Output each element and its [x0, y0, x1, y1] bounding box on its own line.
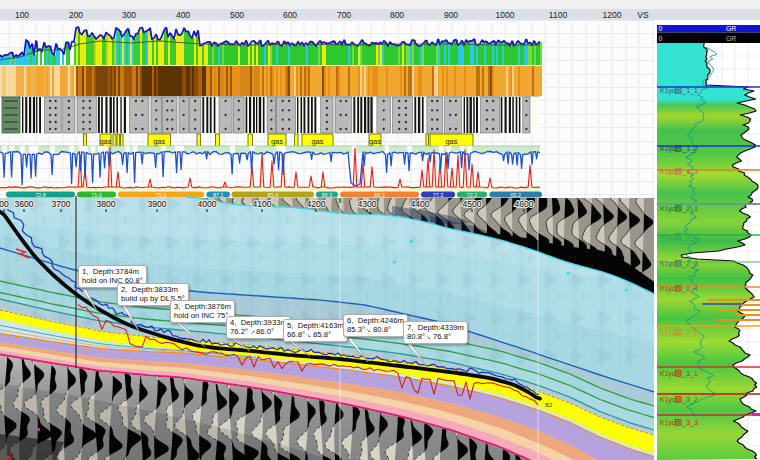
svg-text:4600: 4600	[515, 199, 534, 209]
svg-text:K1yc: K1yc	[660, 260, 676, 268]
svg-text:72.8: 72.8	[35, 192, 46, 198]
svg-text:4100: 4100	[253, 199, 272, 209]
svg-text:4300: 4300	[358, 199, 377, 209]
svg-text:_2_5: _2_5	[681, 329, 698, 337]
svg-text:86.3: 86.3	[322, 192, 333, 198]
svg-text:4500: 4500	[463, 199, 482, 209]
svg-text:_1_3: _1_3	[681, 168, 698, 176]
svg-text:80.3: 80.3	[374, 192, 385, 198]
svg-text:_2_1: _2_1	[681, 205, 698, 213]
svg-text:gas: gas	[99, 137, 111, 146]
svg-text:85.4: 85.4	[268, 192, 279, 198]
svg-text:00: 00	[0, 199, 9, 209]
svg-text:87.1: 87.1	[213, 192, 224, 198]
svg-text:gas: gas	[271, 137, 283, 146]
svg-text:K1yc: K1yc	[660, 168, 676, 176]
svg-text:_3_3: _3_3	[681, 419, 698, 427]
svg-text:75.9: 75.9	[156, 192, 167, 198]
svg-text:_2_4: _2_4	[681, 285, 698, 293]
svg-text:gas: gas	[311, 137, 323, 146]
svg-text:4400: 4400	[411, 199, 430, 209]
svg-text:0: 0	[659, 25, 663, 32]
svg-text:_2_3: _2_3	[681, 260, 698, 268]
svg-text:B2: B2	[545, 402, 553, 408]
svg-text:72.2: 72.2	[467, 192, 478, 198]
svg-text:K1yc: K1yc	[660, 87, 676, 95]
svg-text:0: 0	[659, 35, 663, 42]
svg-text:_3_2: _3_2	[681, 396, 698, 404]
svg-text:K1yc: K1yc	[660, 419, 676, 427]
svg-text:71.0: 71.0	[91, 192, 102, 198]
svg-text:65.2: 65.2	[511, 192, 522, 198]
svg-text:_1_2: _1_2	[681, 145, 698, 153]
svg-text:77.3: 77.3	[433, 192, 444, 198]
svg-text:_1_1: _1_1	[681, 87, 698, 95]
svg-text:3600: 3600	[15, 199, 34, 209]
svg-text:3800: 3800	[97, 199, 116, 209]
svg-text:gas: gas	[445, 137, 457, 146]
svg-text:K1yc: K1yc	[660, 145, 676, 153]
svg-text:K1yc: K1yc	[660, 285, 676, 293]
svg-text:K1yc: K1yc	[660, 396, 676, 404]
svg-text:4200: 4200	[307, 199, 326, 209]
svg-text:GR: GR	[726, 25, 736, 32]
svg-text:gas: gas	[369, 137, 381, 146]
svg-text:K1yc: K1yc	[660, 233, 676, 241]
svg-text:_2_2: _2_2	[681, 233, 698, 241]
svg-text:GR: GR	[726, 35, 736, 42]
svg-text:K1yc: K1yc	[660, 370, 676, 378]
svg-text:3900: 3900	[148, 199, 167, 209]
svg-text:_3_1: _3_1	[681, 370, 698, 378]
svg-text:K1yc: K1yc	[660, 205, 676, 213]
svg-text:4000: 4000	[198, 199, 217, 209]
svg-text:K1yc: K1yc	[660, 329, 676, 337]
svg-text:3700: 3700	[52, 199, 71, 209]
svg-text:gas: gas	[153, 137, 165, 146]
